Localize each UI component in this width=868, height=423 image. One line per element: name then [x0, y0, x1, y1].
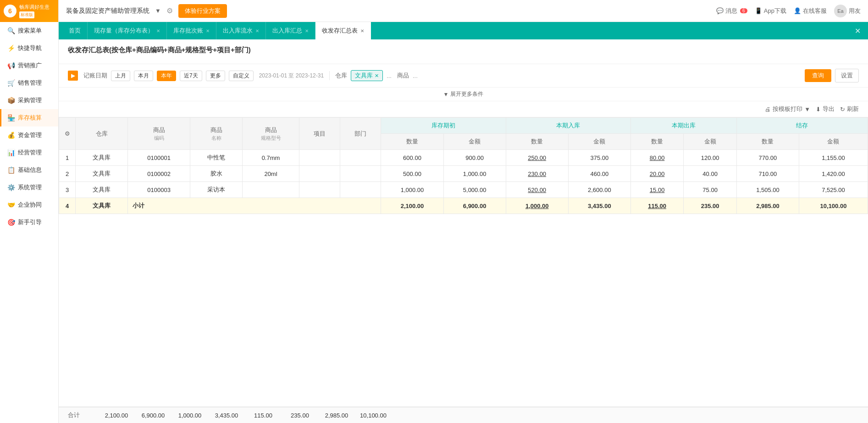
cell-close-amt: 1,155.00	[799, 150, 868, 166]
cell-num: 3	[59, 182, 76, 198]
cell-open-amt: 900.00	[443, 150, 506, 166]
tab-bar-close-btn[interactable]: ✕	[851, 27, 864, 35]
summary-row: 4 文具库 小计 2,100.00 6,900.00 1,000.00 3,43…	[59, 198, 868, 214]
cell-out-qty[interactable]: 15.00	[630, 182, 684, 198]
sidebar-label-finance: 资金管理	[18, 131, 42, 139]
th-out-qty: 数量	[630, 134, 684, 150]
goods-filter-section: 商品 ...	[397, 71, 418, 80]
tab-close-inventory-dist[interactable]: ✕	[156, 28, 160, 33]
tab-batch[interactable]: 库存批次账✕	[167, 22, 216, 39]
industry-btn[interactable]: 体验行业方案	[178, 4, 227, 18]
cell-in-amt: 375.00	[568, 150, 630, 166]
tab-inventory-dist[interactable]: 现存量（库存分布表）✕	[88, 22, 167, 39]
warehouse-filter-more[interactable]: ...	[387, 72, 392, 79]
page-header: 收发存汇总表(按仓库+商品编码+商品+规格型号+项目+部门)	[59, 39, 868, 64]
date-btn-last-month[interactable]: 上月	[111, 71, 130, 81]
tab-inout-summary[interactable]: 出入库汇总✕	[266, 22, 315, 39]
refresh-btn[interactable]: ↻ 刷新	[840, 105, 859, 113]
summary-close-qty: 2,985.00	[736, 198, 799, 214]
cell-out-qty[interactable]: 80.00	[630, 150, 684, 166]
summary-out-qty[interactable]: 115.00	[630, 198, 684, 214]
sidebar-label-inventory: 库存核算	[18, 114, 42, 122]
app-download-item[interactable]: 📱 App下载	[755, 7, 786, 15]
date-btn-7days[interactable]: 近7天	[180, 71, 202, 81]
header-dropdown[interactable]: ▼	[155, 7, 161, 14]
summary-out-amt: 235.00	[684, 198, 737, 214]
tab-close-inout-flow[interactable]: ✕	[255, 28, 259, 33]
filter-expand-arrow[interactable]: ▶	[68, 71, 78, 81]
warehouse-tag-text: 文具库	[355, 71, 373, 80]
page-title: 收发存汇总表(按仓库+商品编码+商品+规格型号+项目+部门)	[68, 46, 859, 55]
footer-in-qty: 1,000.00	[171, 412, 208, 419]
cell-out-qty[interactable]: 20.00	[630, 166, 684, 182]
online-service-item[interactable]: 👤 在线客服	[794, 7, 827, 15]
tab-close-batch[interactable]: ✕	[206, 28, 210, 33]
cell-in-qty[interactable]: 520.00	[506, 182, 568, 198]
sidebar-item-inventory[interactable]: 🏪库存核算	[0, 109, 58, 126]
date-filter-label: 记账日期	[83, 71, 107, 80]
tab-label-inout-flow: 出入库流水	[223, 27, 253, 35]
notification-item[interactable]: 💬 消息 6	[716, 7, 747, 15]
cell-open-qty: 600.00	[381, 150, 443, 166]
export-btn[interactable]: ⬇ 导出	[816, 105, 835, 113]
sidebar-item-sales[interactable]: 🛒销售管理	[0, 74, 58, 92]
goods-filter-more[interactable]: ...	[413, 72, 418, 79]
filter-right: 查询 设置	[805, 69, 859, 82]
summary-close-amt: 10,100.00	[799, 198, 868, 214]
table-toolbar: 🖨 按模板打印 ▼ ⬇ 导出 ↻ 刷新	[59, 101, 868, 117]
cell-code: 0100001	[128, 150, 190, 166]
header-left: 装备及固定资产辅助管理系统 ▼ ⚙ 体验行业方案	[66, 4, 227, 18]
summary-label: 小计	[128, 198, 381, 214]
tab-home[interactable]: 首页	[62, 22, 88, 39]
sidebar-item-guide[interactable]: 🎯新手引导	[0, 214, 58, 231]
tab-inout-flow[interactable]: 出入库流水✕	[216, 22, 266, 39]
online-service-label: 在线客服	[803, 7, 827, 15]
sidebar-item-corp[interactable]: 🤝企业协同	[0, 196, 58, 214]
sidebar-icon-system: ⚙️	[7, 184, 15, 191]
cell-in-qty[interactable]: 250.00	[506, 150, 568, 166]
date-btn-this-month[interactable]: 本月	[134, 71, 153, 81]
cell-code: 0100003	[128, 182, 190, 198]
query-button[interactable]: 查询	[805, 69, 831, 82]
settings-button[interactable]: 设置	[835, 69, 859, 82]
date-btn-more[interactable]: 更多	[206, 71, 225, 81]
tab-label-home: 首页	[69, 27, 81, 35]
tab-close-inout-summary[interactable]: ✕	[305, 28, 309, 33]
warehouse-filter-label: 仓库	[335, 71, 347, 80]
tab-recv-send-summary[interactable]: 收发存汇总表✕	[315, 22, 371, 39]
user-item[interactable]: Ea 用友	[834, 5, 861, 17]
sidebar-item-search[interactable]: 🔍搜索菜单	[0, 22, 58, 39]
date-btn-this-year[interactable]: 本年	[157, 71, 176, 81]
sidebar-item-basic[interactable]: 📋基础信息	[0, 161, 58, 179]
print-template-btn[interactable]: 🖨 按模板打印 ▼	[765, 105, 810, 113]
th-settings[interactable]: ⚙	[59, 118, 76, 150]
warehouse-tag-close[interactable]: ✕	[375, 73, 379, 79]
warehouse-filter-section: 仓库 文具库 ✕ ...	[335, 70, 392, 81]
summary-num: 4	[59, 198, 76, 214]
sidebar-label-basic: 基础信息	[18, 166, 42, 174]
sidebar-item-system[interactable]: ⚙️系统管理	[0, 179, 58, 196]
sidebar-item-marketing[interactable]: 📢营销推广	[0, 57, 58, 74]
cell-project	[299, 166, 340, 182]
footer-out-amt: 235.00	[282, 412, 318, 419]
system-title: 装备及固定资产辅助管理系统	[66, 7, 149, 15]
sidebar-item-quick[interactable]: ⚡快捷导航	[0, 39, 58, 57]
filter-bar: ▶ 记账日期 上月 本月 本年 近7天 更多 自定义 2023-01-01 至 …	[59, 64, 868, 88]
cell-open-amt: 5,000.00	[443, 182, 506, 198]
th-closing: 结存	[736, 118, 868, 134]
summary-in-qty[interactable]: 1,000.00	[506, 198, 568, 214]
gear-icon[interactable]: ⚙	[166, 6, 173, 15]
notification-label: 消息	[725, 7, 737, 15]
date-btn-custom[interactable]: 自定义	[229, 71, 254, 81]
cell-in-qty[interactable]: 230.00	[506, 166, 568, 182]
sidebar-item-finance[interactable]: 💰资金管理	[0, 126, 58, 144]
tab-close-recv-send-summary[interactable]: ✕	[360, 28, 364, 33]
sidebar-icon-finance: 💰	[7, 132, 15, 139]
expand-conditions-row[interactable]: ▼ 展开更多条件	[59, 88, 868, 101]
sidebar-icon-search: 🔍	[7, 27, 15, 34]
sidebar-item-purchase[interactable]: 📦采购管理	[0, 92, 58, 109]
footer-label: 合计	[68, 411, 80, 419]
sidebar-item-operation[interactable]: 📊经营管理	[0, 144, 58, 161]
cell-spec	[243, 182, 299, 198]
cell-name: 胶水	[190, 166, 243, 182]
